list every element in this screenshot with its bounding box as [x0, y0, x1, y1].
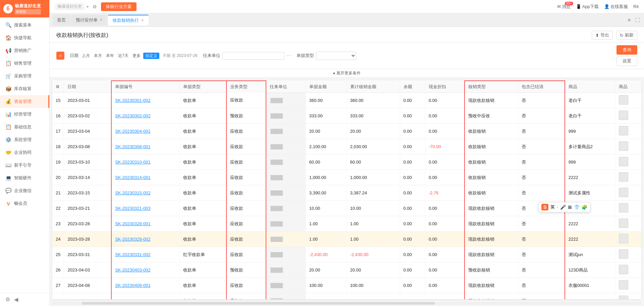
row-bill-no[interactable]: SK-20230403-002 [111, 262, 180, 278]
row-discount: 0.00 [425, 201, 465, 216]
refresh-icon: ↻ [620, 33, 624, 38]
row-no: 16 [52, 108, 64, 124]
export-button[interactable]: ⬆ 导出 [592, 31, 613, 40]
ime-mic-icon[interactable]: 🎤 [560, 204, 566, 210]
dots-icon: ··· [287, 53, 291, 59]
sidebar-item-inventory[interactable]: 📦 库存核算 [0, 82, 49, 95]
tab-preorder-close-icon[interactable]: ✕ [100, 18, 103, 22]
row-amount: 1,000.00 [306, 170, 346, 185]
sidebar-logo-number: 6 [7, 6, 10, 12]
scrollbar-thumb[interactable] [82, 302, 435, 305]
row-amount: 1.00 [306, 232, 346, 247]
row-discount: 0.00 [425, 247, 465, 262]
sidebar-item-finance[interactable]: 💰 资金管理 [0, 95, 49, 108]
row-product1: 999 [565, 124, 615, 139]
date-custom-button[interactable]: 自定义 [143, 53, 159, 59]
date-option-this-year[interactable]: 本年 [105, 52, 115, 59]
col-amount: 单据金额 [306, 81, 346, 93]
row-included: 否 [518, 185, 565, 201]
row-bill-no[interactable]: SK-20230314-001 [111, 170, 180, 185]
row-no: 21 [52, 185, 64, 201]
row-bill-type: 收款单 [180, 170, 226, 185]
row-bill-no[interactable]: SK-20230328-002 [111, 232, 180, 247]
horizontal-scrollbar[interactable] [52, 302, 641, 305]
sidebar-collapse-icon[interactable]: ◀ [14, 296, 18, 303]
sidebar-item-member[interactable]: V 畅会员 [0, 197, 49, 210]
filter-setting-button[interactable]: 设置 [616, 56, 637, 66]
purchase-icon: 🛒 [5, 73, 11, 79]
tab-collection-label: 收款核销执行 [113, 17, 139, 23]
row-date: 2023-03-31 [64, 247, 111, 262]
row-partner: ████ [266, 124, 306, 139]
tab-maximize-button[interactable]: ⛶ [634, 17, 641, 23]
row-bill-no[interactable]: SK-20230331-002 [111, 247, 180, 262]
date-option-prev-month[interactable]: 上月 [80, 52, 91, 59]
refresh-button[interactable]: ↻ 刷新 [616, 31, 637, 40]
user-avatar[interactable]: Rit [633, 4, 639, 9]
row-amount: 20.00 [306, 124, 346, 139]
sidebar-item-shortcut[interactable]: 🏠 快捷导航 [0, 32, 49, 44]
service-label: 在线客服 [610, 4, 628, 10]
tab-collection[interactable]: 收款核销执行 ✕ [108, 15, 149, 25]
message-button[interactable]: ✉ 消息 99+ [557, 4, 571, 10]
row-included: 否 [518, 262, 565, 278]
row-product1: 999 [565, 155, 615, 170]
row-bill-no[interactable]: SK-20230315-002 [111, 185, 180, 201]
topbar-gear-icon[interactable]: ⚙ [93, 4, 97, 9]
date-option-this-month[interactable]: 本月 [93, 52, 103, 59]
sidebar-item-marketing[interactable]: 📢 营销推广 [0, 44, 49, 57]
query-button[interactable]: 查询 [616, 45, 637, 55]
row-balance: 0.00 [400, 139, 425, 155]
service-button[interactable]: 👤 在线客服 [604, 4, 628, 10]
ime-grid-icon[interactable]: ⊞ [568, 204, 572, 210]
filter-toggle-button[interactable]: » [56, 52, 64, 60]
sidebar-item-system[interactable]: ⚙️ 系统管理 [0, 133, 49, 146]
app-download-button[interactable]: 📱 App下载 [576, 4, 599, 10]
row-cancel-type: 收款核销 [465, 155, 518, 170]
message-badge: 99+ [565, 2, 573, 5]
table-row: 192023-03-10SK-20230310-001收款单应收款████60.… [52, 155, 641, 170]
row-bill-no[interactable]: SK-20230328-001 [111, 216, 180, 232]
col-settings[interactable]: ⚙ [52, 81, 64, 93]
date-option-more[interactable]: 更多 [131, 52, 142, 59]
date-option-7days[interactable]: 近7天 [117, 52, 130, 59]
sidebar-settings-icon[interactable]: ⚙ [5, 296, 10, 303]
row-bill-no[interactable]: SK-20230310-001 [111, 155, 180, 170]
tab-home[interactable]: 首页 [52, 15, 70, 25]
row-bill-no[interactable]: SK-20230308-001 [111, 139, 180, 155]
row-bill-no[interactable]: SK-20230301-002 [111, 93, 180, 108]
sidebar-item-collab[interactable]: 🤝 企业协同 [0, 146, 49, 159]
row-partner: ████ [266, 185, 306, 201]
table-row: 172023-03-04SK-20230304-001收款单应收款████20.… [52, 124, 641, 139]
sidebar-item-search-label: 搜索菜单 [14, 22, 32, 28]
sidebar-item-guide[interactable]: 📖 新手引导 [0, 159, 49, 172]
col-balance: 余额 [400, 81, 425, 93]
ime-english-icon[interactable]: 英 [550, 204, 555, 210]
sidebar-item-operations-label: 经营管理 [14, 111, 32, 117]
tab-preorder[interactable]: 预计应付单 ✕ [71, 15, 107, 25]
bill-type-select[interactable] [316, 52, 356, 60]
ime-dot-icon: · [557, 205, 558, 210]
sidebar-item-base[interactable]: 📋 基础信息 [0, 121, 49, 133]
sidebar-item-operations[interactable]: 📊 经营管理 [0, 108, 49, 121]
sidebar-item-hardware[interactable]: 💻 智能硬件 [0, 172, 49, 184]
sidebar-item-wechat[interactable]: 💬 企业微信 [0, 184, 49, 197]
row-included: 否 [518, 232, 565, 247]
row-bill-no[interactable]: SK-20230304-001 [111, 124, 180, 139]
tab-close-all-button[interactable]: ✕ [626, 17, 633, 23]
tab-collection-close-icon[interactable]: ✕ [141, 18, 144, 22]
row-bill-no[interactable]: SK-20230418-001 [111, 293, 180, 300]
sidebar-item-search[interactable]: 🔍 搜索菜单 [0, 19, 49, 32]
ime-puzzle-icon[interactable]: 🧩 [582, 204, 587, 210]
ime-shirt-icon[interactable]: 👕 [574, 204, 580, 210]
row-amount: 20.00 [306, 262, 346, 278]
solution-button[interactable]: 体验行业方案 [101, 2, 137, 11]
row-bill-no[interactable]: SK-20230302-002 [111, 108, 180, 124]
sidebar-item-purchase[interactable]: 🛒 采购管理 [0, 70, 49, 82]
partner-input[interactable] [222, 52, 285, 60]
row-included: 否 [518, 216, 565, 232]
row-bill-no[interactable]: SK-20230408-001 [111, 278, 180, 293]
sidebar-item-sales[interactable]: 📋 销售管理 [0, 57, 49, 70]
row-bill-no[interactable]: SK-20230321-003 [111, 201, 180, 216]
expand-conditions-button[interactable]: ▾ 展开更多条件 [333, 70, 361, 76]
